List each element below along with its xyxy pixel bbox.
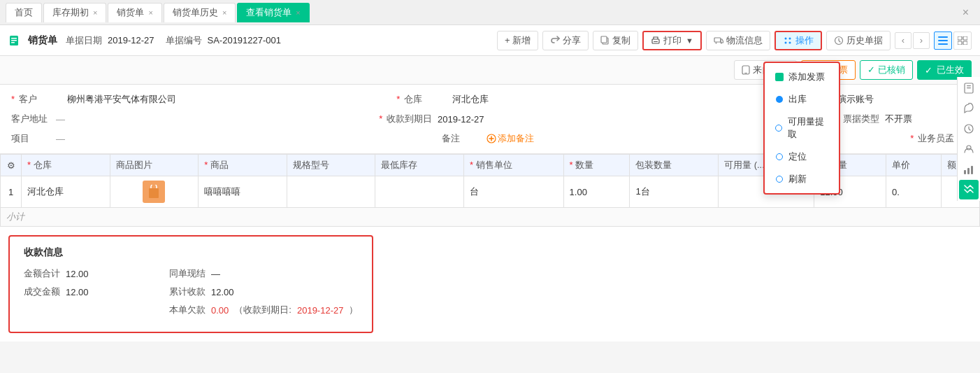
cell-no: 1 [1,176,22,208]
svg-point-10 [721,42,722,43]
cumulative-value: 12.00 [211,287,234,297]
col-product: * 商品 [199,155,287,176]
nav-arrows: ‹ › [895,32,930,49]
tab-inventory[interactable]: 库存期初 × [43,3,106,22]
cell-unit: 台 [464,176,564,208]
out-warehouse-icon [774,94,784,104]
dropdown-menu: 添加发票 出库 可用量提取 定位 刷新 [763,62,840,195]
payment-title: 收款信息 [24,246,358,259]
cell-spec [287,176,375,208]
deal-amount: 成交金额 12.00 [24,286,136,298]
col-spec: 规格型号 [287,155,375,176]
payment-row-2: 成交金额 12.00 累计收款 12.00 [24,286,358,298]
col-min-stock: 最低库存 [375,155,464,176]
svg-rect-20 [963,36,967,40]
next-button[interactable]: › [913,32,930,49]
col-pack-qty: 包装数量 [630,155,719,176]
document-type: 销货单 [28,34,57,47]
svg-point-14 [789,41,791,43]
payment-due-value: 2019-12-27 [438,114,521,125]
this-order-due-value: 0.00 [211,305,229,316]
subtotal-row: 小计 [1,208,980,227]
svg-rect-7 [654,41,658,42]
svg-rect-3 [11,42,15,43]
history-button[interactable]: 历史单据 [826,31,891,50]
same-order-value: — [211,269,220,279]
svg-point-9 [716,42,717,43]
tab-home[interactable]: 首页 [6,3,42,22]
tab-view-sales-close[interactable]: × [296,8,300,17]
svg-rect-30 [967,87,971,88]
prev-button[interactable]: ‹ [895,32,911,49]
cell-pack-qty: 1台 [630,176,719,208]
print-button[interactable]: 打印 ▼ [642,31,702,50]
due-date: 2019-12-27 [297,305,344,316]
warehouse-value: 河北仓库 [452,93,536,106]
cell-quantity: 1.00 [563,176,630,208]
tab-inventory-close[interactable]: × [93,8,97,17]
out-warehouse-item[interactable]: 出库 [765,88,839,111]
svg-point-13 [789,37,791,39]
svg-rect-2 [11,40,17,41]
sidebar-icon-4[interactable] [959,139,979,159]
operations-button[interactable]: 操作 [774,31,822,50]
sidebar-icon-1[interactable] [959,78,979,98]
confirm-button[interactable]: ✓ 已核销 [860,60,913,80]
bottom-section: 收款信息 金额合计 12.00 同单现结 — 成交金额 12.00 累计收款 [0,227,980,342]
sidebar-icon-3[interactable] [959,119,979,139]
customer-value: 柳州粤港平安气体有限公司 [67,93,176,106]
tab-view-sales[interactable]: 查看销货单 × [237,3,309,22]
available-pickup-icon [774,123,784,133]
sidebar-icon-2[interactable] [959,99,979,118]
share-button[interactable]: 分享 [542,31,589,50]
svg-rect-33 [964,170,966,174]
document-actions: + 新增 分享 复制 打印 ▼ 物流信息 操作 [497,31,972,50]
cumulative: 累计收款 12.00 [169,286,281,298]
locate-icon [774,152,784,162]
tab-sales-close[interactable]: × [148,8,152,17]
tab-bar: 首页 库存期初 × 销货单 × 销货单历史 × 查看销货单 × × [0,0,980,25]
document-meta: 单据日期 2019-12-27 单据编号 SA-20191227-001 [66,34,281,47]
col-product-image: 商品图片 [110,155,199,176]
tab-sales[interactable]: 销货单 × [108,3,161,22]
tab-sales-history[interactable]: 销货单历史 × [164,3,236,22]
svg-rect-1 [11,38,17,39]
project-value: — [56,134,65,144]
payment-row-1: 金额合计 12.00 同单现结 — [24,267,358,280]
cell-product: 嘻嘻嘻嘻 [199,176,287,208]
sidebar-icon-5[interactable] [959,160,979,179]
copy-button[interactable]: 复制 [593,31,638,50]
col-price: 单价 [886,155,942,176]
document-icon [8,35,20,46]
same-order: 同单现结 — [169,267,281,280]
svg-rect-24 [744,73,747,73]
add-note-button[interactable]: 添加备注 [487,132,534,145]
view-grid-button[interactable] [953,31,972,50]
tab-sales-history-close[interactable]: × [222,8,226,17]
window-close-button[interactable]: × [957,6,974,19]
total-amount-value: 12.00 [66,269,89,279]
add-invoice-item[interactable]: 添加发票 [765,66,839,88]
date-label: 单据日期 2019-12-27 [66,34,154,47]
svg-rect-5 [601,36,607,43]
payment-info: 收款信息 金额合计 12.00 同单现结 — 成交金额 12.00 累计收款 [8,235,373,333]
available-pickup-item[interactable]: 可用量提取 [765,111,839,146]
staff-value: 演示账号 [837,93,921,106]
logistics-button[interactable]: 物流信息 [706,31,770,50]
svg-rect-22 [963,41,967,45]
subtotal-label: 小计 [1,208,980,227]
svg-rect-34 [967,168,970,174]
svg-rect-27 [149,188,159,198]
svg-point-11 [785,37,787,39]
view-list-button[interactable] [934,31,952,50]
document-header: 销货单 单据日期 2019-12-27 单据编号 SA-20191227-001… [0,25,980,56]
locate-item[interactable]: 定位 [765,146,839,168]
sidebar-icon-6[interactable] [959,180,979,199]
refresh-item[interactable]: 刷新 [765,168,839,190]
svg-point-32 [967,146,971,150]
col-settings[interactable]: ⚙ [1,155,22,176]
svg-rect-29 [967,85,971,86]
view-toggle [934,31,972,50]
new-button[interactable]: + 新增 [497,31,538,50]
print-dropdown-arrow[interactable]: ▼ [686,36,693,45]
